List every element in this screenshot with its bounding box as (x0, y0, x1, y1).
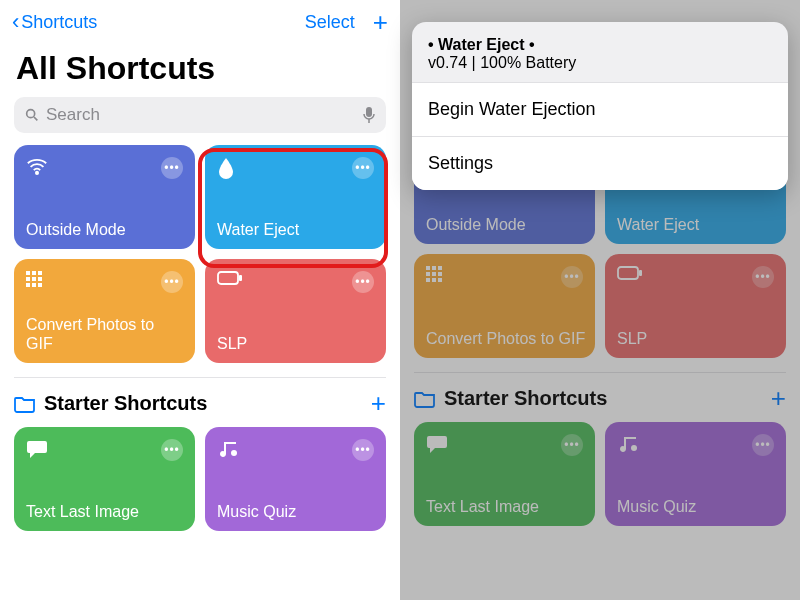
search-icon (24, 107, 40, 123)
sheet-row-begin[interactable]: Begin Water Ejection (412, 83, 788, 137)
nav-select[interactable]: Select (305, 12, 355, 33)
tile-text-last-image[interactable]: ••• Text Last Image (14, 427, 195, 531)
sheet-subtitle: v0.74 | 100% Battery (428, 54, 772, 72)
tile-label: Water Eject (217, 220, 299, 239)
tile-label: Outside Mode (26, 220, 126, 239)
svg-rect-10 (38, 277, 42, 281)
search-input[interactable] (46, 105, 362, 125)
tile-label: SLP (217, 334, 247, 353)
svg-rect-9 (32, 277, 36, 281)
sheet-header: • Water Eject • v0.74 | 100% Battery (412, 22, 788, 83)
chevron-left-icon: ‹ (12, 11, 19, 33)
section-label: Starter Shortcuts (44, 392, 207, 415)
action-sheet: • Water Eject • v0.74 | 100% Battery Beg… (412, 22, 788, 190)
sheet-row-settings[interactable]: Settings (412, 137, 788, 190)
svg-rect-8 (26, 277, 30, 281)
nav-back[interactable]: ‹ Shortcuts (12, 11, 97, 33)
tile-more-icon[interactable]: ••• (161, 439, 183, 461)
tile-label: Music Quiz (217, 502, 296, 521)
tile-more-icon[interactable]: ••• (161, 271, 183, 293)
search-field[interactable] (14, 97, 386, 133)
sheet-title: • Water Eject • (428, 36, 772, 54)
tile-slp[interactable]: ••• SLP (205, 259, 386, 363)
svg-rect-2 (366, 107, 372, 117)
music-icon (217, 439, 374, 459)
svg-rect-12 (32, 283, 36, 287)
pane-left: ‹ Shortcuts Select + All Shortcuts ••• O… (0, 0, 400, 600)
starter-grid: ••• Text Last Image ••• Music Quiz (0, 427, 400, 531)
grid-icon (26, 271, 183, 287)
tile-more-icon[interactable]: ••• (352, 157, 374, 179)
shortcuts-grid: ••• Outside Mode ••• Water Eject ••• Con… (0, 145, 400, 363)
nav-back-label: Shortcuts (21, 12, 97, 33)
svg-point-0 (27, 110, 35, 118)
tile-label: Text Last Image (26, 502, 139, 521)
svg-line-1 (34, 117, 37, 120)
svg-rect-5 (26, 271, 30, 275)
tile-music-quiz[interactable]: ••• Music Quiz (205, 427, 386, 531)
battery-icon (217, 271, 374, 285)
tile-water-eject[interactable]: ••• Water Eject (205, 145, 386, 249)
svg-rect-14 (218, 272, 238, 284)
tile-more-icon[interactable]: ••• (352, 439, 374, 461)
section-add-button[interactable]: + (371, 388, 386, 419)
folder-icon (14, 395, 36, 413)
svg-rect-7 (38, 271, 42, 275)
svg-rect-11 (26, 283, 30, 287)
svg-rect-15 (239, 275, 242, 281)
tile-more-icon[interactable]: ••• (161, 157, 183, 179)
page-title: All Shortcuts (0, 44, 400, 97)
svg-rect-13 (38, 283, 42, 287)
mic-icon[interactable] (362, 106, 376, 124)
bubble-icon (26, 439, 183, 459)
tile-more-icon[interactable]: ••• (352, 271, 374, 293)
svg-point-4 (36, 172, 38, 174)
svg-point-16 (231, 450, 237, 456)
tile-label: Convert Photos to GIF (26, 315, 166, 353)
svg-rect-6 (32, 271, 36, 275)
nav-bar: ‹ Shortcuts Select + (0, 0, 400, 44)
wifi-icon (26, 157, 183, 175)
drop-icon (217, 157, 374, 179)
tile-outside-mode[interactable]: ••• Outside Mode (14, 145, 195, 249)
tile-convert-photos[interactable]: ••• Convert Photos to GIF (14, 259, 195, 363)
pane-right: •••Outside Mode •••Water Eject •••Conver… (400, 0, 800, 600)
section-header-starter: Starter Shortcuts + (0, 378, 400, 427)
add-shortcut-button[interactable]: + (373, 9, 388, 35)
